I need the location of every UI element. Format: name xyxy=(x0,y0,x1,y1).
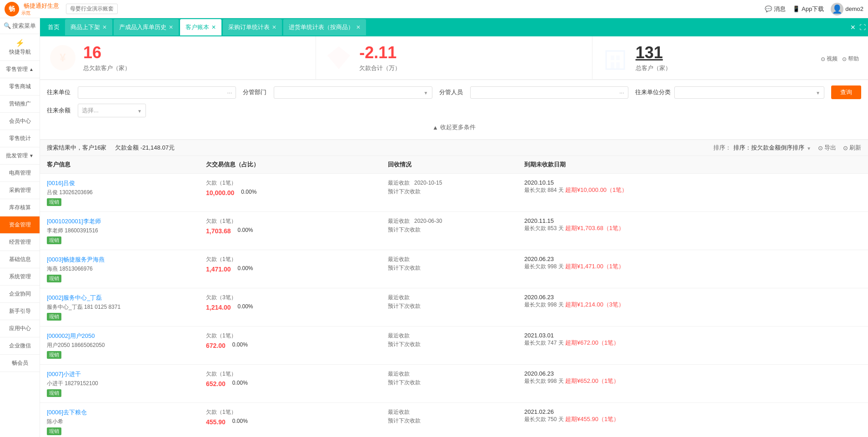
debt-amount-1: 10,000.00 xyxy=(206,189,234,196)
sidebar-item-retail-stats[interactable]: 零售统计 xyxy=(0,130,40,147)
sidebar-item-app-center[interactable]: 应用中心 xyxy=(0,320,40,337)
customer-info-6: [0007]小进干 小进干 18279152100 现销 xyxy=(47,370,206,397)
tab-product-history[interactable]: 产成品入库单历史 ✕ xyxy=(114,19,179,35)
filter-row-2: 往来余额 选择... xyxy=(47,104,861,117)
overdue-link-6[interactable]: 超期¥652.00（1笔） xyxy=(565,377,619,384)
tab-home[interactable]: 首页 xyxy=(42,19,65,35)
sort-chevron-icon xyxy=(807,145,811,151)
search-button[interactable]: 查询 xyxy=(831,85,861,99)
customer-info-3: [0003]畅捷服务尹海燕 海燕 18513066976 现销 xyxy=(47,256,206,282)
sidebar-item-retail-mall[interactable]: 零售商城 xyxy=(0,78,40,95)
stat-owed-customers: ¥ 16 总欠款客户（家） xyxy=(40,36,316,79)
overdue-link-5[interactable]: 超期¥672.00（1笔） xyxy=(565,339,619,346)
customer-tag-2: 现销 xyxy=(47,236,61,244)
tab-customer-account[interactable]: 客户账本 ✕ xyxy=(180,19,221,35)
sidebar: 🔍 搜索菜单 ⚡ 快捷导航 零售管理▲ 零售商城 营销推广 会员中心 零售统计 … xyxy=(0,18,40,437)
sidebar-item-marketing[interactable]: 营销推广 xyxy=(0,95,40,113)
tab-close-import-stats[interactable]: ✕ xyxy=(356,24,361,30)
tab-close-customer-account[interactable]: ✕ xyxy=(211,24,216,30)
help-btn[interactable]: ⊙ 帮助 xyxy=(842,55,859,63)
sidebar-item-system[interactable]: 系统管理 xyxy=(0,268,40,286)
app-download-btn[interactable]: 📱 App下载 xyxy=(793,5,824,13)
table-row: [0002]服务中心_丁磊 服务中心_丁磊 181 0125 8371 现销 欠… xyxy=(40,288,868,326)
tab-close-purchase-stats[interactable]: ✕ xyxy=(272,24,276,30)
sort-select[interactable]: 排序： 排序：按欠款金额倒序排序 xyxy=(713,144,811,152)
sidebar-item-inventory[interactable]: 库存核算 xyxy=(0,199,40,216)
logo-subtitle: 示范 xyxy=(21,10,59,16)
sidebar-item-ecommerce[interactable]: 电商管理 xyxy=(0,165,40,182)
sidebar-item-quick-nav[interactable]: ⚡ 快捷导航 xyxy=(0,34,40,61)
table-row: [0003]畅捷服务尹海燕 海燕 18513066976 现销 欠款（1笔） 1… xyxy=(40,250,868,288)
sidebar-item-basic-info[interactable]: 基础信息 xyxy=(0,251,40,268)
sidebar-item-member[interactable]: 会员中心 xyxy=(0,113,40,130)
svg-rect-6 xyxy=(611,62,614,69)
refresh-btn[interactable]: ⊙ 刷新 xyxy=(843,144,861,152)
chevron-down-icon xyxy=(424,89,428,96)
customer-phone-3: 海燕 18513066976 xyxy=(47,265,206,273)
sidebar-item-purchase[interactable]: 采购管理 xyxy=(0,182,40,199)
branch-dept-select[interactable] xyxy=(274,86,432,99)
overdue-link-2[interactable]: 超期¥1,703.68（1笔） xyxy=(565,225,624,231)
branch-person-input[interactable]: ··· xyxy=(470,86,628,99)
tab-product-listing[interactable]: 商品上下架 ✕ xyxy=(65,19,112,35)
filter-area: 往来单位 ··· 分管部门 xyxy=(40,80,868,139)
user-menu[interactable]: 👤 demo2 xyxy=(831,3,863,15)
debt-info-4: 欠款（3笔） 1,214.00 0.00% xyxy=(206,294,388,311)
source-unit-category-select[interactable] xyxy=(674,86,824,99)
customer-name-6[interactable]: [0007]小进干 xyxy=(47,370,206,378)
overdue-link-4[interactable]: 超期¥1,214.00（3笔） xyxy=(565,301,624,308)
collection-info-2: 最近收款 2020-06-30 预计下次收款 xyxy=(388,217,524,235)
table-row: [0006]去下粮仓 陈小希 现销 欠款（1笔） 455.90 0.00% xyxy=(40,403,868,437)
sidebar-item-finance[interactable]: 资金管理 xyxy=(0,216,40,234)
col-due-date: 到期未收款日期 xyxy=(524,161,861,169)
tab-import-stats[interactable]: 进货单统计表（按商品） ✕ xyxy=(283,19,366,35)
tab-close-product-listing[interactable]: ✕ xyxy=(102,24,107,30)
tab-purchase-stats[interactable]: 采购订单统计表 ✕ xyxy=(223,19,282,35)
debt-info-3: 欠款（1笔） 1,471.00 0.00% xyxy=(206,256,388,273)
table-row: [0016]吕俊 吕俊 13026203696 现销 欠款（1笔） 10,000… xyxy=(40,174,868,212)
overdue-link-1[interactable]: 超期¥10,000.00（1笔） xyxy=(565,186,627,193)
customer-phone-6: 小进干 18279152100 xyxy=(47,380,206,387)
debt-info-2: 欠款（1笔） 1,703.68 0.00% xyxy=(206,217,388,235)
customer-phone-4: 服务中心_丁磊 181 0125 8371 xyxy=(47,303,206,311)
sidebar-item-search[interactable]: 🔍 搜索菜单 xyxy=(0,18,40,34)
owed-customers-value: 16 xyxy=(83,43,130,62)
sidebar-item-wechat[interactable]: 企业微信 xyxy=(0,337,40,355)
customer-name-3[interactable]: [0003]畅捷服务尹海燕 xyxy=(47,256,206,264)
tab-close-product-history[interactable]: ✕ xyxy=(169,24,173,30)
sidebar-item-wholesale[interactable]: 批发管理▼ xyxy=(0,147,40,165)
debt-amount-7: 455.90 xyxy=(206,418,226,426)
debt-amount-6: 652.00 xyxy=(206,380,226,387)
customer-tag-7: 现销 xyxy=(47,427,61,435)
tab-bar: 首页 商品上下架 ✕ 产成品入库单历史 ✕ 客户账本 ✕ 采购订单统计表 ✕ xyxy=(40,18,868,36)
app-name[interactable]: 母婴行业演示账套 xyxy=(66,4,118,14)
overdue-link-3[interactable]: 超期¥1,471.00（1笔） xyxy=(565,263,624,270)
customer-name-2[interactable]: [0001020001]李老师 xyxy=(47,217,206,226)
customer-name-5[interactable]: [000002]用户2050 xyxy=(47,332,206,340)
col-customer-info: 客户信息 xyxy=(47,161,206,169)
customer-name-7[interactable]: [0006]去下粮仓 xyxy=(47,408,206,417)
due-date-info-5: 2021.03.01 最长欠款 747 天 超期¥672.00（1笔） xyxy=(524,332,861,347)
tab-action-maximize[interactable]: ⛶ xyxy=(859,24,866,31)
balance-select[interactable]: 选择... xyxy=(78,104,146,117)
sidebar-item-operations[interactable]: 经营管理 xyxy=(0,234,40,251)
overdue-link-7[interactable]: 超期¥455.90（1笔） xyxy=(565,416,619,422)
due-date-info-3: 2020.06.23 最长欠款 998 天 超期¥1,471.00（1笔） xyxy=(524,256,861,271)
collapse-filter-btn[interactable]: ▲ 收起更多条件 xyxy=(47,121,861,134)
tab-action-close-all[interactable]: ✕ xyxy=(850,24,856,31)
sidebar-item-retail-mgmt[interactable]: 零售管理▲ xyxy=(0,61,40,78)
customer-name-1[interactable]: [0016]吕俊 xyxy=(47,179,206,187)
message-btn[interactable]: 💬 消息 xyxy=(765,5,786,13)
owed-customers-label: 总欠款客户（家） xyxy=(83,64,130,72)
export-btn[interactable]: ⊙ 导出 xyxy=(818,144,836,152)
sidebar-item-enterprise[interactable]: 企业协同 xyxy=(0,286,40,303)
sidebar-item-guide[interactable]: 新手引导 xyxy=(0,303,40,320)
source-unit-input[interactable]: ··· xyxy=(78,86,236,99)
sidebar-item-member-vip[interactable]: 畅会员 xyxy=(0,355,40,372)
customer-name-4[interactable]: [0002]服务中心_丁磊 xyxy=(47,294,206,302)
stat-yuan-icon: ¥ xyxy=(49,44,76,71)
debt-info-5: 欠款（1笔） 672.00 0.00% xyxy=(206,332,388,349)
mobile-icon: 📱 xyxy=(793,5,800,12)
customer-info-4: [0002]服务中心_丁磊 服务中心_丁磊 181 0125 8371 现销 xyxy=(47,294,206,321)
video-btn[interactable]: ⊙ 视频 xyxy=(821,55,838,63)
